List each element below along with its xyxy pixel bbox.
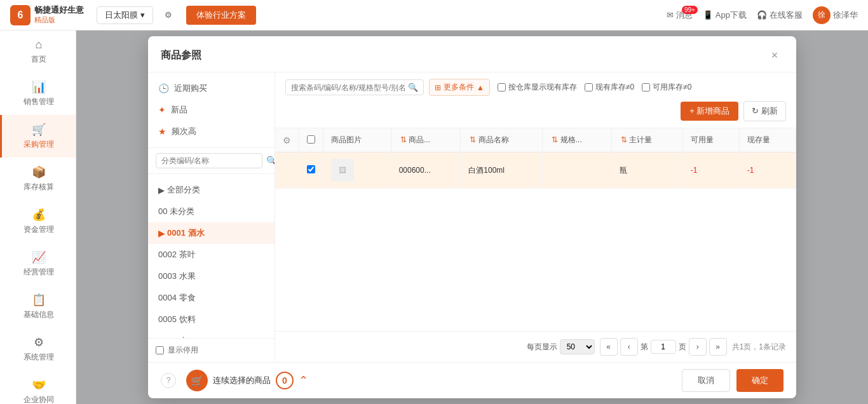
column-settings-icon[interactable]: ⚙	[283, 135, 291, 145]
quick-item-recent[interactable]: 🕒 近期购买	[148, 77, 275, 99]
cat-arrow-all: ▶	[158, 185, 165, 195]
help-button[interactable]: ?	[161, 373, 176, 388]
confirm-button[interactable]: 确定	[736, 369, 783, 392]
cat-item-tea[interactable]: 0002 茶叶	[148, 244, 275, 266]
check-nonzero-stock[interactable]: 现有库存≠0	[585, 82, 634, 93]
next-page-button[interactable]: ›	[689, 338, 707, 356]
row-stock: -1	[739, 152, 796, 189]
cat-item-liquor[interactable]: ▶ 0001 酒水	[148, 222, 275, 244]
modal-header: 商品参照 ×	[148, 36, 796, 72]
settings-icon[interactable]: ⚙	[158, 5, 179, 25]
show-disabled-area: 显示停用	[148, 338, 275, 362]
modal-body: 🕒 近期购买 ✦ 新品 ★ 频次高	[148, 72, 796, 362]
modal-title: 商品参照	[161, 49, 201, 62]
trial-button[interactable]: 体验行业方案	[186, 6, 256, 25]
col-unit[interactable]: ⇅ 主计量	[612, 128, 683, 152]
message-button[interactable]: ✉ 消息 99+	[667, 10, 693, 21]
product-search-icon[interactable]: 🔍	[408, 83, 418, 92]
finance-icon: 💰	[32, 208, 46, 222]
product-reference-modal: 商品参照 × 🕒 近期购买 ✦	[148, 36, 796, 398]
cat-item-beverage[interactable]: 0005 饮料	[148, 309, 275, 330]
purchase-icon: 🛒	[32, 123, 46, 137]
tenant-dropdown[interactable]: 日太阳膜 ▾	[97, 6, 153, 24]
modal-overlay: 商品参照 × 🕒 近期购买 ✦	[76, 30, 868, 404]
more-conditions-button[interactable]: ⊞ 更多条件 ▲	[429, 79, 490, 96]
cat-item-unclassified[interactable]: 00 未分类	[148, 201, 275, 222]
cancel-button[interactable]: 取消	[682, 369, 730, 392]
category-search-icon[interactable]: 🔍	[266, 156, 275, 166]
content-area: 商品参照 × 🕒 近期购买 ✦	[76, 30, 868, 404]
table-header-row: ⚙ 商品图片 ⇅ 商品... ⇅	[275, 128, 796, 152]
avatar: 徐	[813, 6, 831, 24]
col-image: 商品图片	[323, 128, 391, 152]
sidebar-item-operation[interactable]: 📈 经营管理	[0, 243, 76, 285]
inventory-icon: 📦	[32, 165, 46, 179]
cart-count: 0	[276, 372, 294, 389]
user-menu[interactable]: 徐 徐泽华	[813, 6, 858, 24]
prev-page-button[interactable]: ‹	[620, 338, 638, 356]
sidebar-item-sales[interactable]: 📊 销售管理	[0, 72, 76, 115]
quick-item-new[interactable]: ✦ 新品	[148, 99, 275, 121]
headphone-icon: 🎧	[757, 10, 767, 20]
modal-close-button[interactable]: ×	[766, 46, 783, 64]
sidebar-item-inventory[interactable]: 📦 库存核算	[0, 158, 76, 200]
logo: 6 畅捷通好生意 精品版	[10, 5, 84, 25]
action-buttons: + 新增商品 ↻ 刷新	[681, 101, 786, 121]
row-spec	[543, 152, 612, 189]
product-table: ⚙ 商品图片 ⇅ 商品... ⇅	[275, 128, 796, 189]
page-size-select[interactable]: 50 20 100	[560, 339, 595, 354]
col-name[interactable]: ⇅ 商品名称	[461, 128, 543, 152]
basic-icon: 📋	[32, 293, 46, 307]
cat-item-fruit[interactable]: 0003 水果	[148, 266, 275, 287]
check-warehouse-stock[interactable]: 按仓库显示现有库存	[498, 82, 577, 93]
filter-icon: ⊞	[435, 83, 441, 92]
product-search-input[interactable]	[291, 83, 405, 92]
sidebar-item-basic[interactable]: 📋 基础信息	[0, 285, 76, 328]
home-icon: ⌂	[36, 38, 43, 51]
sort-icon: ⇅	[470, 135, 476, 144]
chevron-up-icon: ▲	[477, 83, 484, 92]
app-download-button[interactable]: 📱 App下载	[703, 10, 747, 21]
row-name: 白酒100ml	[461, 152, 543, 189]
cart-label: 连续选择的商品	[213, 375, 271, 386]
filter-checkboxes: 按仓库显示现有库存 现有库存≠0 可用库存≠0	[498, 82, 692, 93]
cat-item-water[interactable]: 0008 水	[148, 330, 275, 338]
page-number-input[interactable]	[651, 340, 676, 354]
col-spec[interactable]: ⇅ 规格...	[543, 128, 612, 152]
row-select-checkbox[interactable]	[307, 165, 315, 173]
cart-collapse-icon[interactable]: ⌃	[299, 374, 308, 387]
cart-icon[interactable]: 🛒	[186, 370, 208, 391]
cat-item-snack[interactable]: 0004 零食	[148, 287, 275, 309]
category-search-input[interactable]	[156, 153, 262, 168]
check-nonzero-available[interactable]: 可用库存≠0	[642, 82, 691, 93]
refresh-button[interactable]: ↻ 刷新	[743, 101, 786, 121]
row-unit: 瓶	[612, 152, 683, 189]
page-total: 共1页，1条记录	[732, 342, 786, 353]
cat-item-all[interactable]: ▶ 全部分类	[148, 179, 275, 201]
table-row[interactable]: 🖼 000600... 白酒100ml 瓶 -1 -1	[275, 152, 796, 189]
sidebar-item-finance[interactable]: 💰 资金管理	[0, 200, 76, 243]
show-disabled-checkbox[interactable]	[156, 346, 164, 354]
quick-item-frequent[interactable]: ★ 频次高	[148, 121, 275, 142]
sidebar-item-system[interactable]: ⚙ 系统管理	[0, 328, 76, 370]
add-product-button[interactable]: + 新增商品	[681, 102, 738, 121]
row-settings	[275, 152, 299, 189]
select-all-checkbox[interactable]	[307, 135, 315, 144]
product-table-wrapper: ⚙ 商品图片 ⇅ 商品... ⇅	[275, 128, 796, 331]
sort-icon: ⇅	[400, 135, 407, 144]
sidebar-item-purchase[interactable]: 🛒 采购管理	[0, 115, 76, 158]
chevron-down-icon: ▾	[140, 10, 145, 20]
footer-actions: 取消 确定	[682, 369, 783, 392]
filter-bar: 🔍 ⊞ 更多条件 ▲ 按仓库显示现有库存	[275, 72, 796, 128]
sidebar-item-collab[interactable]: 🤝 企业协同	[0, 370, 76, 404]
online-service-button[interactable]: 🎧 在线客服	[757, 10, 803, 21]
cat-arrow-liquor: ▶	[158, 229, 165, 238]
row-code: 000600...	[391, 152, 461, 189]
sidebar-item-home[interactable]: ⌂ 首页	[0, 30, 76, 72]
first-page-button[interactable]: «	[600, 338, 618, 356]
page-size-area: 每页显示 50 20 100	[527, 339, 595, 354]
message-icon: ✉	[667, 10, 674, 20]
last-page-button[interactable]: »	[709, 338, 727, 356]
col-code[interactable]: ⇅ 商品...	[391, 128, 461, 152]
cart-area: 🛒 连续选择的商品 0 ⌃	[186, 370, 308, 391]
